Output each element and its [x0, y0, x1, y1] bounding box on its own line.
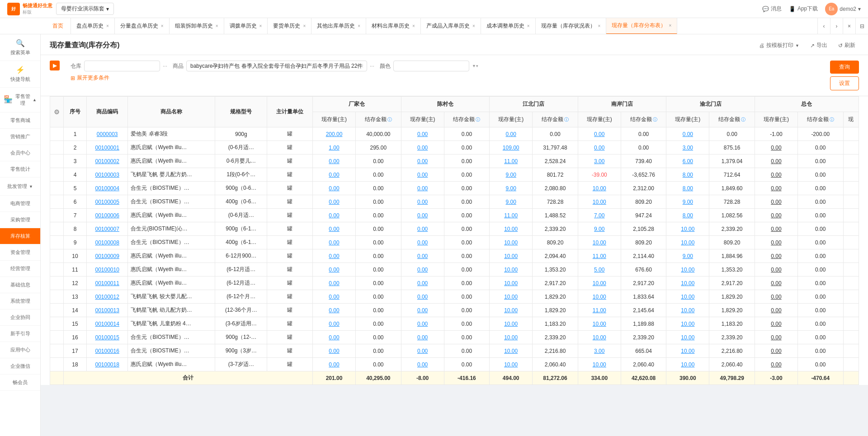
row-extra	[843, 331, 859, 344]
code-link[interactable]: 00100010	[95, 267, 119, 273]
code-link[interactable]: 00100014	[95, 321, 119, 327]
expand-more-btn[interactable]: ⊞ 展开更多条件	[71, 74, 821, 82]
nav-close-all-btn[interactable]: ×	[843, 18, 855, 34]
query-btn[interactable]: 查询	[830, 61, 859, 74]
close-icon[interactable]: ×	[358, 23, 360, 28]
row-jb-amt: 2,339.20	[533, 331, 578, 344]
nav-prev-btn[interactable]: ‹	[817, 18, 830, 34]
color-input[interactable]	[393, 61, 469, 71]
info-icon[interactable]: ⓘ	[830, 117, 834, 122]
code-link[interactable]: 00100018	[95, 361, 119, 368]
sidebar-item-collab[interactable]: 企业协同	[0, 309, 40, 326]
store-selector[interactable]: 母婴行业演示陈套	[56, 3, 114, 15]
close-icon[interactable]: ×	[598, 23, 601, 28]
code-link[interactable]: 00100009	[95, 253, 119, 259]
row-na-amt: 2,339.20	[621, 331, 666, 344]
tab-7[interactable]: 材料出库单历史 ×	[366, 18, 421, 34]
code-link[interactable]: 00100013	[95, 307, 119, 314]
close-icon[interactable]: ×	[669, 23, 671, 28]
nav-next-btn[interactable]: ›	[830, 18, 843, 34]
sidebar-item-basic[interactable]: 基础信息	[0, 277, 40, 293]
row-na-qty: 3.00	[578, 344, 621, 358]
code-link[interactable]: 00100001	[95, 145, 119, 151]
code-link[interactable]: 00100015	[95, 334, 119, 341]
sidebar-item-quick[interactable]: ⚡ 快捷导航	[0, 61, 40, 88]
tab-2[interactable]: 分量盘点单历史 ×	[115, 18, 170, 34]
tab-8[interactable]: 产成品入库单历史 ×	[421, 18, 481, 34]
row-spec: (3-7岁适…	[215, 358, 267, 371]
code-link[interactable]: 00100011	[95, 280, 119, 286]
goods-dots[interactable]: ···	[370, 63, 374, 69]
close-icon[interactable]: ×	[527, 23, 530, 28]
sidebar-item-purchase[interactable]: 采购管理	[0, 212, 40, 228]
message-btn[interactable]: 💬 消息	[762, 5, 782, 13]
sidebar-item-store[interactable]: 零售商城	[0, 113, 40, 129]
info-icon[interactable]: ⓘ	[564, 117, 569, 122]
tab-home[interactable]: 首页	[45, 18, 71, 34]
sidebar-item-apps[interactable]: 应用中心	[0, 342, 40, 358]
tab-3[interactable]: 组装拆卸单历史 ×	[170, 18, 224, 34]
user-menu[interactable]: Ea demo2	[825, 3, 861, 15]
row-total-qty: 0.00	[755, 263, 797, 277]
close-icon[interactable]: ×	[303, 23, 306, 28]
tab-6[interactable]: 其他出库单历史 ×	[311, 18, 366, 34]
sidebar-item-marketing[interactable]: 营销推广	[0, 129, 40, 145]
close-icon[interactable]: ×	[216, 23, 218, 28]
sidebar-item-retail[interactable]: 🏪 零售管理 ▲	[0, 88, 40, 113]
tab-1[interactable]: 盘点单历史 ×	[71, 18, 115, 34]
info-icon[interactable]: ⓘ	[387, 117, 392, 122]
sidebar-item-ops[interactable]: 经营管理	[0, 261, 40, 277]
sidebar-item-ecomm[interactable]: 电商管理	[0, 196, 40, 212]
app-download-btn[interactable]: 📱 App下载	[789, 5, 818, 13]
code-link[interactable]: 00100004	[95, 185, 119, 192]
tab-10[interactable]: 现存量（库存状况表） ×	[536, 18, 607, 34]
info-icon[interactable]: ⓘ	[741, 117, 745, 122]
code-link[interactable]: 00100006	[95, 212, 119, 219]
sidebar-item-retail-stats[interactable]: 零售统计	[0, 161, 40, 178]
refresh-btn[interactable]: ↺ 刷新	[835, 40, 859, 51]
row-cc-amt: 0.00	[444, 344, 490, 358]
code-link[interactable]: 00100016	[95, 348, 119, 354]
code-link[interactable]: 00100003	[95, 172, 119, 178]
row-total-qty: 0.00	[755, 141, 797, 155]
export-btn[interactable]: ↗ 导出	[807, 40, 831, 51]
close-icon[interactable]: ×	[472, 23, 475, 28]
settings-btn[interactable]: 设置	[830, 76, 859, 90]
sidebar-item-system[interactable]: 系统管理	[0, 293, 40, 309]
sidebar-item-member2[interactable]: 畅会员	[0, 375, 40, 391]
table-row: 16 00100015 合生元（BIOSTIME）… 900g（12-… 罐 0…	[50, 331, 859, 344]
sidebar-item-inventory[interactable]: 库存核算	[0, 228, 40, 244]
code-link[interactable]: 00100008	[95, 239, 119, 246]
code-link[interactable]: 00100007	[95, 226, 119, 232]
warehouse-input[interactable]	[84, 61, 160, 71]
code-link[interactable]: 00100005	[95, 199, 119, 205]
sidebar-item-search[interactable]: 🔍 搜索英单	[0, 34, 40, 61]
code-link[interactable]: 00100012	[95, 294, 119, 300]
sidebar-item-guide[interactable]: 新手引导	[0, 326, 40, 342]
info-icon[interactable]: ⓘ	[476, 117, 480, 122]
settings-icon[interactable]: ⚙	[54, 108, 60, 116]
row-num: 2	[64, 141, 87, 155]
tab-9[interactable]: 成本调整单历史 ×	[481, 18, 536, 34]
code-link[interactable]: 00100002	[95, 158, 119, 164]
expand-filter-btn[interactable]: ▶	[50, 61, 60, 70]
code-link[interactable]: 0000003	[97, 131, 118, 137]
sidebar-item-finance[interactable]: 资金管理	[0, 244, 40, 261]
row-cj-qty: 0.00	[313, 290, 356, 304]
info-icon[interactable]: ⓘ	[653, 117, 657, 122]
close-icon[interactable]: ×	[412, 23, 415, 28]
close-icon[interactable]: ×	[259, 23, 262, 28]
warehouse-dots[interactable]: ···	[163, 63, 167, 69]
tab-5[interactable]: 要货单历史 ×	[268, 18, 311, 34]
goods-input[interactable]	[186, 61, 367, 71]
close-icon[interactable]: ×	[161, 23, 164, 28]
nav-menu-btn[interactable]: ⊟	[855, 18, 868, 34]
tab-4[interactable]: 调拨单历史 ×	[224, 18, 268, 34]
sidebar-item-wechat[interactable]: 企业微信	[0, 358, 40, 375]
tab-11[interactable]: 现存量（库存分布表） ×	[606, 18, 677, 34]
row-na-amt: 2,060.40	[621, 358, 666, 371]
print-btn[interactable]: 🖨 按模板打印 ▼	[755, 40, 803, 51]
sidebar-item-wholesale[interactable]: 批发管理 ▼	[0, 178, 40, 196]
close-icon[interactable]: ×	[106, 23, 109, 28]
sidebar-item-member[interactable]: 会员中心	[0, 145, 40, 161]
